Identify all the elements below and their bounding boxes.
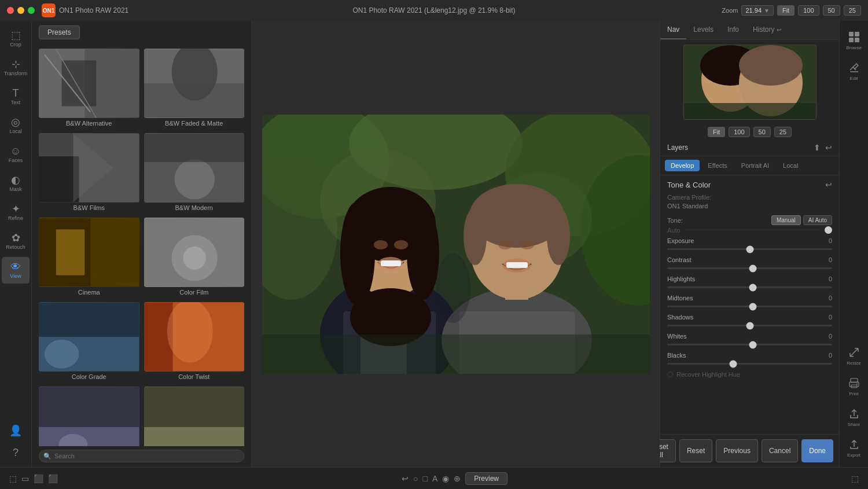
bottom-rect-icon[interactable]: □ [422, 474, 427, 483]
shadows-thumb[interactable] [746, 322, 753, 329]
bottom-plus-icon[interactable]: ⊕ [454, 474, 461, 483]
contrast-value: 0 [829, 256, 832, 263]
exposure-slider[interactable] [667, 245, 832, 253]
tab-history[interactable]: History ↩ [746, 21, 788, 39]
print-icon-item[interactable]: Print [841, 372, 867, 401]
preview-button[interactable]: Preview [465, 472, 507, 485]
tab-effects[interactable]: Effects [702, 160, 733, 171]
transform-tool[interactable]: ⊹ Transform [2, 54, 30, 81]
highlights-thumb[interactable] [749, 284, 757, 291]
help-tool[interactable]: ? [2, 443, 30, 462]
preset-color-twist[interactable]: Color Twist [144, 302, 245, 382]
people-tool[interactable]: 👤 [2, 421, 30, 440]
bottom-undo-icon[interactable]: ↩ [402, 474, 409, 483]
preset-9-thumb [39, 387, 139, 446]
nav-zoom-50[interactable]: 50 [753, 127, 771, 137]
share-icon-item[interactable]: Share [841, 402, 867, 432]
tab-local[interactable]: Local [777, 160, 804, 171]
text-tool[interactable]: T Text [2, 83, 30, 110]
preset-bw-faded[interactable]: B&W Faded & Matte [144, 49, 245, 128]
edit-icon-item[interactable]: Edit [841, 56, 867, 86]
done-button[interactable]: Done [801, 439, 833, 462]
preset-bw-modern[interactable]: B&W Modern [144, 133, 245, 213]
preset-color-film[interactable]: Color Film [144, 218, 245, 297]
auto-slider-thumb[interactable] [825, 226, 832, 234]
whites-thumb[interactable] [749, 341, 757, 348]
faces-tool[interactable]: ☺ Faces [2, 141, 30, 168]
manual-btn[interactable]: Manual [771, 215, 801, 225]
transform-label: Transform [4, 71, 28, 76]
svg-rect-7 [144, 83, 245, 117]
search-icon: 🔍 [43, 453, 52, 460]
export-icon-item[interactable]: Export [841, 433, 867, 462]
exposure-thumb[interactable] [746, 245, 753, 253]
titlebar: ON1 ON1 Photo RAW 2021 ON1 Photo RAW 202… [0, 0, 868, 21]
svg-point-79 [856, 384, 858, 385]
zoom-100-btn[interactable]: 100 [798, 5, 819, 16]
presets-button[interactable]: Presets [39, 25, 80, 39]
blacks-thumb[interactable] [730, 360, 737, 367]
ai-auto-btn[interactable]: AI Auto [803, 215, 832, 225]
previous-button[interactable]: Previous [716, 439, 758, 462]
minimize-button[interactable] [17, 7, 24, 14]
blacks-slider[interactable] [667, 360, 832, 367]
tab-portrait-ai[interactable]: Portrait AI [735, 160, 775, 171]
bottom-circle-icon: ○ [413, 474, 418, 483]
layer-reset-icon[interactable]: ↩ [825, 143, 832, 152]
preset-10-thumb [144, 387, 245, 446]
nav-thumbnail [683, 45, 816, 120]
preset-color-grade[interactable]: Color Grade [39, 302, 139, 382]
svg-rect-16 [56, 229, 85, 275]
nav-zoom-fit[interactable]: Fit [708, 127, 725, 137]
contrast-slider[interactable] [667, 264, 832, 272]
local-tool[interactable]: ◎ Local [2, 112, 30, 139]
crop-tool[interactable]: ⬚ Crop [2, 25, 30, 52]
browse-icon-item[interactable]: Browse [841, 25, 867, 55]
reset-button[interactable]: Reset [679, 439, 712, 462]
mask-tool[interactable]: ◐ Mask [2, 170, 30, 197]
refine-tool[interactable]: ✦ Refine [2, 199, 30, 226]
cancel-button[interactable]: Cancel [762, 439, 798, 462]
preset-10[interactable] [144, 387, 245, 446]
highlights-slider[interactable] [667, 284, 832, 291]
contrast-thumb[interactable] [749, 264, 757, 272]
preset-bw-alternative[interactable]: B&W Alternative [39, 49, 139, 128]
preset-9[interactable] [39, 387, 139, 446]
right-panels: Nav Levels Info History ↩ Fi [660, 21, 839, 467]
zoom-fit-btn[interactable]: Fit [777, 5, 795, 16]
zoom-value-display[interactable]: 21.94 ▼ [741, 5, 773, 16]
tab-nav[interactable]: Nav [660, 21, 686, 39]
tab-develop[interactable]: Develop [665, 160, 700, 171]
resize-icon-item[interactable]: Resize [841, 341, 867, 370]
bottom-overlay-icon[interactable]: ◉ [442, 474, 449, 483]
bottom-layout-icon-4[interactable]: ⬛ [48, 474, 58, 483]
search-input[interactable] [39, 450, 244, 462]
preset-cinema[interactable]: Cinema [39, 218, 139, 297]
bottom-text-icon[interactable]: A [432, 474, 437, 483]
presets-grid: B&W Alternative B&W Faded & Matte [32, 44, 251, 446]
midtones-slider[interactable] [667, 303, 832, 310]
shadows-slider[interactable] [667, 322, 832, 329]
recover-highlight-indicator[interactable] [667, 372, 673, 377]
zoom-25-btn[interactable]: 25 [844, 5, 861, 16]
layer-export-icon[interactable]: ⬆ [814, 143, 821, 152]
bottom-expand-icon[interactable]: ⬚ [851, 474, 859, 483]
preset-bw-films-thumb [39, 133, 139, 203]
tone-color-reset-icon[interactable]: ↩ [825, 180, 832, 189]
view-tool[interactable]: 👁 View [2, 257, 30, 284]
maximize-button[interactable] [28, 7, 35, 14]
tab-levels[interactable]: Levels [686, 21, 720, 39]
close-button[interactable] [7, 7, 14, 14]
svg-rect-65 [262, 334, 650, 374]
retouch-tool[interactable]: ✿ Retouch [2, 228, 30, 255]
bottom-layout-icon-3[interactable]: ⬛ [34, 474, 43, 483]
bottom-layout-icon-1[interactable]: ⬚ [9, 474, 17, 483]
bottom-layout-icon-2[interactable]: ▭ [21, 474, 29, 483]
nav-zoom-25[interactable]: 25 [774, 127, 792, 137]
zoom-50-btn[interactable]: 50 [823, 5, 840, 16]
preset-bw-films[interactable]: B&W Films [39, 133, 139, 213]
whites-slider[interactable] [667, 341, 832, 348]
tab-info[interactable]: Info [720, 21, 746, 39]
midtones-thumb[interactable] [749, 303, 757, 310]
nav-zoom-100[interactable]: 100 [729, 127, 749, 137]
